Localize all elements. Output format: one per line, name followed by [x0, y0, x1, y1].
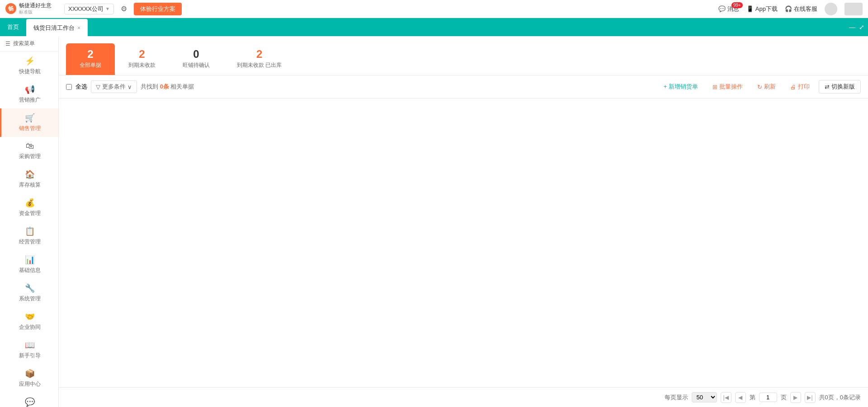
sidebar-item-inventory[interactable]: 🏠 库存核算	[0, 165, 58, 193]
sidebar-item-finance[interactable]: 💰 资金管理	[0, 193, 58, 222]
settings-icon[interactable]: ⚙	[118, 3, 130, 15]
marketing-icon: 📢	[25, 84, 35, 94]
tab-bar: 首页 钱货日清工作台 × — ⤢	[0, 18, 868, 36]
header-right: 💬 消息 99+ 📱 App下载 🎧 在线客服	[718, 3, 863, 15]
next-page-button[interactable]: ▶	[790, 392, 801, 403]
trial-button[interactable]: 体验行业方案	[134, 3, 182, 15]
current-page-input[interactable]	[759, 393, 777, 402]
online-service[interactable]: 🎧 在线客服	[785, 5, 817, 13]
logo-text: 畅捷通好生意 标准版	[19, 2, 52, 15]
sidebar-item-system[interactable]: 🔧 系统管理	[0, 279, 58, 307]
system-label: 系统管理	[19, 295, 41, 303]
sidebar-item-marketing[interactable]: 📢 营销推广	[0, 80, 58, 108]
tab-active[interactable]: 钱货日清工作台 ×	[26, 19, 88, 37]
status-count-overdue: 2	[139, 48, 145, 61]
switch-version-button[interactable]: ⇄ 切换新版	[819, 80, 861, 94]
sidebar-item-operation[interactable]: 📋 经营管理	[0, 222, 58, 250]
add-order-button[interactable]: + 新增销货单	[658, 80, 703, 93]
status-label-overdue: 到期未收款	[128, 61, 156, 69]
sales-label: 销售管理	[19, 125, 41, 132]
tab-close-icon[interactable]: ×	[77, 25, 80, 31]
sidebar-item-sales[interactable]: 🛒 销售管理	[0, 108, 58, 137]
message-badge: 99+	[731, 2, 743, 8]
finance-icon: 💰	[25, 198, 35, 208]
sidebar-item-wechat[interactable]: 💬 企业微信	[0, 393, 58, 407]
status-card-delivered[interactable]: 2 到期未收款 已出库	[223, 43, 295, 75]
status-label-delivered: 到期未收款 已出库	[237, 61, 282, 69]
inventory-label: 库存核算	[19, 181, 41, 189]
filter-label: 更多条件	[102, 83, 126, 91]
cooperation-icon: 🤝	[25, 312, 35, 322]
page-suffix: 页	[781, 393, 787, 402]
status-card-all[interactable]: 2 全部单据	[66, 43, 115, 75]
refresh-icon: ↻	[757, 84, 762, 90]
toolbar-right: + 新增销货单 ⊞ 批量操作 ↻ 刷新 🖨 打印 ⇄ 切换新版	[658, 80, 861, 94]
search-menu-icon: ☰	[5, 41, 10, 47]
sidebar: ☰ 搜索菜单 ⚡ 快捷导航 📢 营销推广 🛒 销售管理 🛍 采购管理 🏠 库存核…	[0, 36, 59, 407]
search-menu-label: 搜索菜单	[13, 40, 35, 47]
company-selector[interactable]: XXXXXX公司 ▼	[64, 4, 114, 14]
company-dropdown-arrow: ▼	[105, 6, 110, 11]
prev-page-button[interactable]: ◀	[735, 392, 746, 403]
filter-button[interactable]: ▽ 更多条件 ∨	[91, 80, 137, 93]
per-page-select[interactable]: 50 10 20 100	[692, 392, 717, 402]
app-download[interactable]: 📱 App下载	[746, 5, 778, 13]
tab-home[interactable]: 首页	[0, 18, 26, 36]
refresh-button[interactable]: ↻ 刷新	[752, 80, 781, 93]
last-page-button[interactable]: ▶|	[805, 392, 816, 403]
operation-icon: 📋	[25, 226, 35, 236]
first-page-button[interactable]: |◀	[721, 392, 731, 403]
content-area: 2 全部单据 2 到期未收款 0 旺铺待确认 2 到期未收款 已出库 全选	[59, 36, 868, 407]
refresh-label: 刷新	[764, 83, 776, 91]
select-all-label: 全选	[75, 83, 87, 91]
sidebar-item-guide[interactable]: 📖 新手引导	[0, 336, 58, 364]
sidebar-item-basic-info[interactable]: 📊 基础信息	[0, 250, 58, 279]
switch-label: 切换新版	[831, 83, 855, 91]
quick-nav-label: 快捷导航	[19, 68, 41, 75]
print-button[interactable]: 🖨 打印	[785, 80, 815, 93]
cooperation-label: 企业协同	[19, 323, 41, 331]
service-icon: 🎧	[785, 5, 792, 12]
pagination: 每页显示 50 10 20 100 |◀ ◀ 第 页 ▶ ▶| 共0页，0条记录	[59, 387, 868, 407]
sidebar-item-app-center[interactable]: 📦 应用中心	[0, 364, 58, 393]
sales-icon: 🛒	[25, 113, 35, 123]
tab-minimize-icon[interactable]: —	[849, 23, 855, 31]
found-count: 0条	[160, 83, 169, 90]
message-area[interactable]: 💬 消息 99+	[718, 5, 739, 13]
sidebar-item-cooperation[interactable]: 🤝 企业协同	[0, 307, 58, 336]
user-name[interactable]	[844, 3, 863, 15]
tab-expand-icon[interactable]: ⤢	[859, 23, 864, 31]
status-card-overdue[interactable]: 2 到期未收款	[115, 43, 169, 75]
status-label-pending: 旺铺待确认	[183, 61, 210, 69]
company-name: XXXXXX公司	[68, 5, 104, 13]
finance-label: 资金管理	[19, 210, 41, 217]
batch-operation-button[interactable]: ⊞ 批量操作	[707, 80, 748, 93]
sidebar-item-quick-nav[interactable]: ⚡ 快捷导航	[0, 51, 58, 80]
print-label: 打印	[798, 83, 810, 91]
tab-bar-right: — ⤢	[849, 23, 868, 31]
table-area	[59, 98, 868, 387]
basic-info-label: 基础信息	[19, 267, 41, 274]
print-icon: 🖨	[790, 84, 796, 90]
filter-icon: ▽	[96, 84, 100, 90]
service-label: 在线客服	[794, 5, 817, 13]
avatar[interactable]	[825, 3, 837, 15]
app-center-label: 应用中心	[19, 380, 41, 388]
quick-nav-icon: ⚡	[25, 56, 35, 66]
tab-active-label: 钱货日清工作台	[33, 24, 75, 32]
sidebar-item-purchase[interactable]: 🛍 采购管理	[0, 137, 58, 165]
system-icon: 🔧	[25, 283, 35, 293]
search-menu[interactable]: ☰ 搜索菜单	[0, 36, 58, 51]
purchase-icon: 🛍	[26, 141, 34, 151]
logo-area: 畅 畅捷通好生意 标准版	[5, 2, 64, 15]
marketing-label: 营销推广	[19, 96, 41, 104]
batch-label: 批量操作	[719, 83, 743, 91]
guide-icon: 📖	[25, 340, 35, 350]
status-card-pending[interactable]: 0 旺铺待确认	[169, 43, 223, 75]
status-count-all: 2	[87, 48, 93, 61]
select-all-checkbox[interactable]	[66, 84, 72, 90]
total-records: 共0页，0条记录	[819, 393, 861, 402]
status-count-delivered: 2	[256, 48, 262, 61]
logo-icon: 畅	[5, 3, 16, 14]
batch-icon: ⊞	[712, 84, 717, 90]
